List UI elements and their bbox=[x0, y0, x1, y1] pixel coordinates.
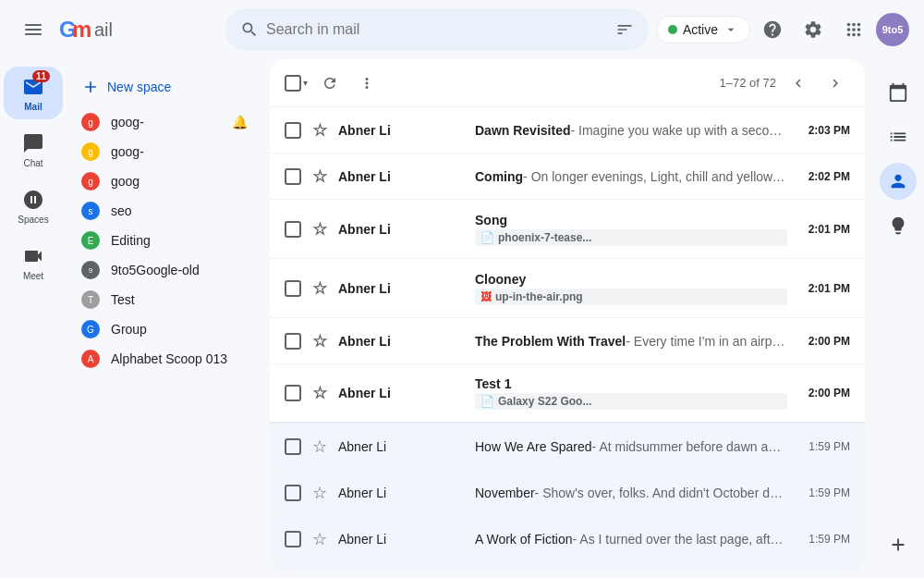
sidebar-item-spaces[interactable]: Spaces bbox=[4, 179, 63, 232]
nav-item-alphabet[interactable]: A Alphabet Scoop 013 bbox=[67, 344, 262, 374]
nav-avatar-goog1: g bbox=[81, 113, 100, 131]
prev-page-button[interactable] bbox=[784, 68, 813, 98]
spaces-icon-wrap bbox=[20, 187, 46, 213]
email-subject: Song bbox=[475, 213, 752, 228]
apps-button[interactable] bbox=[835, 11, 872, 48]
search-input-wrap[interactable] bbox=[225, 8, 649, 51]
svg-rect-2 bbox=[25, 33, 42, 35]
contacts-button[interactable] bbox=[880, 163, 917, 200]
nav-item-group[interactable]: G Group bbox=[67, 314, 262, 344]
star-button[interactable]: ☆ bbox=[309, 119, 331, 141]
settings-button[interactable] bbox=[795, 11, 832, 48]
search-input[interactable] bbox=[266, 21, 601, 38]
email-checkbox[interactable] bbox=[285, 168, 301, 185]
email-snippet: Show's over, folks. And didn't October d… bbox=[535, 486, 787, 500]
svg-text:m: m bbox=[72, 17, 91, 42]
menu-button[interactable] bbox=[15, 11, 52, 48]
select-all-checkbox[interactable] bbox=[285, 75, 301, 92]
email-row[interactable]: ☆ Abner Li November Show's over, folks. … bbox=[270, 470, 865, 516]
user-avatar[interactable]: 9to5 bbox=[876, 13, 909, 46]
email-row[interactable]: ☆ Abner Li The Problem With Travel Every… bbox=[270, 318, 865, 364]
email-time: 1:59 PM bbox=[795, 486, 850, 499]
email-list: ☆ Abner Li Dawn Revisited Imagine you wa… bbox=[270, 107, 865, 571]
nav-item-editing[interactable]: E Editing bbox=[67, 226, 262, 255]
gmail-logo[interactable]: G m ail bbox=[59, 17, 113, 43]
more-options-button[interactable] bbox=[352, 68, 382, 98]
email-checkbox[interactable] bbox=[285, 280, 301, 297]
email-time: 1:59 PM bbox=[795, 533, 850, 546]
star-button[interactable]: ☆ bbox=[309, 218, 331, 240]
nav-item-goog2[interactable]: g goog- bbox=[67, 137, 262, 166]
star-button[interactable]: ☆ bbox=[309, 277, 331, 300]
meet-icon-wrap bbox=[20, 243, 46, 269]
calendar-button[interactable] bbox=[880, 74, 917, 111]
email-row[interactable]: ☆ Abner Li Test 1 📄 Galaxy S22 Goo... 2:… bbox=[270, 364, 865, 424]
email-content: How We Are Spared At midsummer before da… bbox=[475, 439, 787, 454]
new-space-button[interactable]: New space bbox=[67, 70, 262, 104]
pagination-text: 1–72 of 72 bbox=[720, 76, 776, 90]
email-snippet: As I turned over the last page, after ma… bbox=[573, 532, 787, 547]
star-button[interactable]: ☆ bbox=[309, 482, 331, 504]
email-checkbox[interactable] bbox=[285, 485, 301, 501]
nav-avatar-goog3: g bbox=[81, 172, 100, 191]
email-row[interactable]: ☆ Abner Li Clooney 🖼 up-in-the-air.png 2… bbox=[270, 259, 865, 318]
email-content: The Problem With Travel Every time I'm i… bbox=[475, 334, 787, 349]
star-button[interactable]: ☆ bbox=[309, 528, 331, 550]
email-subject: Dawn Revisited bbox=[475, 123, 570, 138]
star-button[interactable]: ☆ bbox=[309, 436, 331, 458]
nav-item-test[interactable]: T Test bbox=[67, 285, 262, 314]
email-row[interactable]: ☆ Abner Li How We Are Spared At midsumme… bbox=[270, 424, 865, 470]
nav-item-goog1[interactable]: g goog- 🔔 bbox=[67, 107, 262, 137]
email-checkbox[interactable] bbox=[285, 385, 301, 401]
email-time: 2:01 PM bbox=[795, 223, 850, 236]
tasks-button[interactable] bbox=[880, 118, 917, 155]
email-row[interactable]: ☆ Abner Li Rain Woke up this morning wit… bbox=[270, 562, 865, 571]
keep-button[interactable] bbox=[880, 207, 917, 244]
email-row[interactable]: ☆ Abner Li A Work of Fiction As I turned… bbox=[270, 516, 865, 562]
attachment-icon: 🖼 bbox=[480, 290, 492, 303]
nav-drawer: New space g goog- 🔔 g goog- g goog s seo… bbox=[67, 59, 270, 578]
nav-item-goog3[interactable]: g goog bbox=[67, 166, 262, 196]
nav-avatar-alphabet: A bbox=[81, 350, 100, 368]
nav-item-seo[interactable]: s seo bbox=[67, 196, 262, 226]
help-button[interactable] bbox=[754, 11, 791, 48]
sidebar-item-mail[interactable]: 11 Mail bbox=[4, 67, 63, 119]
refresh-button[interactable] bbox=[315, 68, 345, 98]
email-toolbar: ▾ 1–72 of 72 bbox=[270, 59, 865, 107]
star-button[interactable]: ☆ bbox=[309, 166, 331, 188]
nav-avatar-seo: s bbox=[81, 202, 100, 220]
email-time: 1:59 PM bbox=[795, 440, 850, 453]
email-snippet: Imagine you wake up with a second chance… bbox=[570, 123, 787, 138]
active-status-badge[interactable]: Active bbox=[656, 16, 750, 43]
topbar-right: Active 9to5 bbox=[656, 11, 909, 48]
sidebar-item-meet[interactable]: Meet bbox=[4, 236, 63, 289]
email-row[interactable]: ☆ Abner Li Dawn Revisited Imagine you wa… bbox=[270, 107, 865, 154]
email-time: 2:00 PM bbox=[795, 335, 850, 348]
main-layout: 11 Mail Chat Spaces Meet New space bbox=[0, 59, 924, 578]
next-page-button[interactable] bbox=[821, 68, 850, 98]
email-content: Dawn Revisited Imagine you wake up with … bbox=[475, 123, 787, 138]
select-chevron[interactable]: ▾ bbox=[303, 78, 308, 88]
sidebar-item-chat[interactable]: Chat bbox=[4, 123, 63, 176]
email-checkbox[interactable] bbox=[285, 531, 301, 547]
email-checkbox[interactable] bbox=[285, 221, 301, 238]
topbar-left: G m ail bbox=[15, 11, 218, 48]
search-filter-button[interactable] bbox=[608, 13, 641, 46]
email-sender: Abner Li bbox=[338, 386, 468, 400]
email-row[interactable]: ☆ Abner Li Coming On longer evenings, Li… bbox=[270, 154, 865, 200]
email-subject: How We Are Spared bbox=[475, 439, 592, 454]
email-checkbox[interactable] bbox=[285, 333, 301, 350]
star-button[interactable]: ☆ bbox=[309, 330, 331, 352]
email-content: A Work of Fiction As I turned over the l… bbox=[475, 532, 787, 547]
nav-item-9to5[interactable]: 9 9to5Google-old bbox=[67, 255, 262, 285]
nav-label-goog2: goog- bbox=[111, 144, 248, 159]
star-button[interactable]: ☆ bbox=[309, 382, 331, 404]
email-checkbox[interactable] bbox=[285, 122, 301, 139]
mute-icon-goog1: 🔔 bbox=[232, 115, 248, 129]
email-checkbox[interactable] bbox=[285, 438, 301, 455]
add-panel-button[interactable] bbox=[880, 526, 917, 563]
email-row[interactable]: ☆ Abner Li Song 📄 phoenix-7-tease... 2:0… bbox=[270, 200, 865, 259]
email-content: November Show's over, folks. And didn't … bbox=[475, 486, 787, 500]
email-sender: Abner Li bbox=[338, 486, 468, 500]
attachment-name: up-in-the-air.png bbox=[495, 290, 583, 303]
